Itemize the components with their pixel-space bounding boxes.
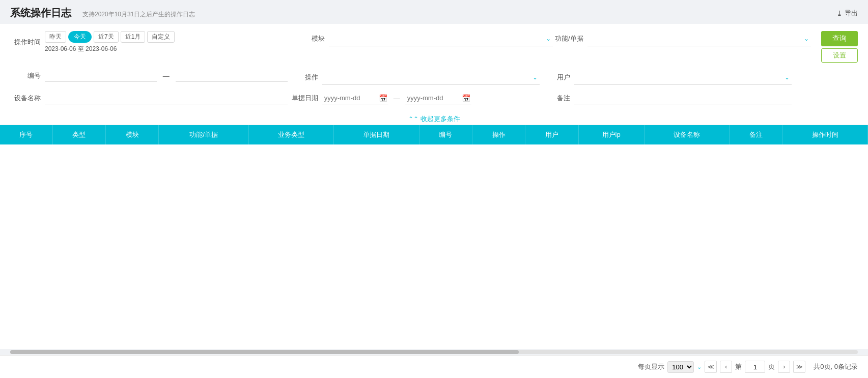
docdate-from-calendar-icon[interactable]: 📅 bbox=[379, 94, 387, 102]
user-filter: 用户 ⌄ bbox=[540, 70, 792, 85]
first-page-button[interactable]: ≪ bbox=[705, 361, 717, 373]
feature-label: 功能/单据 bbox=[553, 34, 583, 43]
filter-row-2: 编号 — 操作 ⌄ 用户 bbox=[10, 70, 858, 85]
docdate-label: 单据日期 bbox=[288, 94, 318, 103]
number-from-input[interactable] bbox=[45, 70, 157, 82]
time-btn-yesterday[interactable]: 昨天 bbox=[45, 31, 66, 43]
table-container: 序号 类型 模块 功能/单据 业务类型 单据日期 编号 操作 用户 用户ip 设… bbox=[0, 125, 868, 349]
filter-row-1: 操作时间 昨天 今天 近7天 近1月 自定义 2023-06-06 至 2023… bbox=[10, 31, 858, 63]
col-userip: 用户ip bbox=[578, 125, 644, 144]
operation-filter: 操作 ⌄ bbox=[288, 70, 540, 85]
page-total-info: 共0页, 0条记录 bbox=[814, 362, 858, 371]
feature-select-wrap: ⌄ bbox=[587, 31, 811, 46]
remark-input[interactable] bbox=[574, 92, 792, 104]
module-label: 模块 bbox=[294, 34, 325, 43]
export-icon: ⤓ bbox=[836, 9, 843, 17]
time-buttons: 昨天 今天 近7天 近1月 自定义 bbox=[45, 31, 175, 43]
collapse-chevron-icon: ⌃⌃ bbox=[408, 115, 418, 123]
time-btn-custom[interactable]: 自定义 bbox=[147, 31, 175, 43]
col-type: 类型 bbox=[52, 125, 105, 144]
number-label: 编号 bbox=[10, 71, 41, 80]
docdate-dash: — bbox=[394, 95, 400, 102]
time-btn-today[interactable]: 今天 bbox=[68, 31, 92, 43]
col-biztype: 业务类型 bbox=[248, 125, 333, 144]
col-index: 序号 bbox=[0, 125, 52, 144]
device-label: 设备名称 bbox=[10, 94, 41, 103]
operation-select-wrap: ⌄ bbox=[322, 70, 540, 85]
device-filter: 设备名称 bbox=[10, 92, 288, 104]
col-device: 设备名称 bbox=[644, 125, 729, 144]
module-select-wrap: ⌄ bbox=[329, 31, 552, 46]
feature-select[interactable] bbox=[587, 31, 811, 46]
time-btn-7days[interactable]: 近7天 bbox=[94, 31, 119, 43]
col-number: 编号 bbox=[419, 125, 472, 144]
docdate-filter: 单据日期 📅 — 📅 bbox=[288, 92, 540, 104]
table-header-row: 序号 类型 模块 功能/单据 业务类型 单据日期 编号 操作 用户 用户ip 设… bbox=[0, 125, 868, 144]
filter-row-3: 设备名称 单据日期 📅 — 📅 bbox=[10, 92, 858, 104]
next-page-button[interactable]: › bbox=[778, 361, 790, 373]
number-to-input[interactable] bbox=[176, 70, 288, 82]
page-size-arrow-icon: ⌄ bbox=[697, 364, 702, 370]
scrollbar-thumb[interactable] bbox=[10, 350, 519, 354]
number-dash: — bbox=[163, 72, 170, 80]
operation-time-label: 操作时间 bbox=[10, 38, 41, 47]
prev-page-button[interactable]: ‹ bbox=[720, 361, 732, 373]
time-range-display: 2023-06-06 至 2023-06-06 bbox=[45, 45, 117, 53]
page-size-label: 每页显示 bbox=[638, 362, 664, 371]
user-select-wrap: ⌄ bbox=[574, 70, 792, 85]
pagination-bar: 每页显示 50 100 200 ⌄ ≪ ‹ 第 页 › ≫ 共0页, 0条记录 bbox=[0, 355, 868, 378]
time-filter-group: 昨天 今天 近7天 近1月 自定义 2023-06-06 至 2023-06-0… bbox=[45, 31, 294, 53]
page-number-input[interactable] bbox=[745, 361, 765, 373]
scrollbar-track bbox=[10, 350, 858, 354]
col-feature: 功能/单据 bbox=[159, 125, 248, 144]
user-select[interactable] bbox=[574, 70, 792, 85]
col-user: 用户 bbox=[525, 125, 578, 144]
page-label-text: 第 bbox=[735, 362, 742, 371]
col-operation: 操作 bbox=[472, 125, 525, 144]
remark-label: 备注 bbox=[540, 94, 570, 103]
page-size-select[interactable]: 50 100 200 bbox=[667, 361, 694, 373]
action-buttons: 查询 设置 bbox=[821, 31, 858, 63]
module-filter: 模块 ⌄ bbox=[294, 31, 552, 46]
device-input[interactable] bbox=[45, 92, 288, 104]
operation-time-filter: 操作时间 昨天 今天 近7天 近1月 自定义 2023-06-06 至 2023… bbox=[10, 31, 294, 53]
last-page-button[interactable]: ≫ bbox=[793, 361, 805, 373]
collapse-button[interactable]: ⌃⌃ 收起更多条件 bbox=[408, 114, 460, 124]
query-button[interactable]: 查询 bbox=[821, 31, 858, 46]
collapse-label: 收起更多条件 bbox=[421, 114, 460, 124]
operation-select[interactable] bbox=[322, 70, 540, 85]
data-table: 序号 类型 模块 功能/单据 业务类型 单据日期 编号 操作 用户 用户ip 设… bbox=[0, 125, 868, 144]
export-label: 导出 bbox=[845, 9, 858, 18]
page-unit-text: 页 bbox=[768, 362, 775, 371]
col-remark: 备注 bbox=[730, 125, 782, 144]
col-docdate: 单据日期 bbox=[334, 125, 419, 144]
docdate-range: 📅 — 📅 bbox=[322, 92, 540, 104]
settings-button[interactable]: 设置 bbox=[821, 48, 858, 63]
col-module: 模块 bbox=[106, 125, 159, 144]
page-subtitle: 支持2020年10月31日之后产生的操作日志 bbox=[82, 10, 195, 19]
operation-label: 操作 bbox=[288, 73, 318, 82]
table-header: 序号 类型 模块 功能/单据 业务类型 单据日期 编号 操作 用户 用户ip 设… bbox=[0, 125, 868, 144]
col-optime: 操作时间 bbox=[782, 125, 868, 144]
remark-input-wrap bbox=[574, 92, 792, 104]
number-filter: 编号 — bbox=[10, 70, 288, 82]
docdate-to-calendar-icon[interactable]: 📅 bbox=[462, 94, 470, 102]
number-range: — bbox=[45, 70, 288, 82]
horizontal-scrollbar[interactable] bbox=[0, 349, 868, 355]
page-title: 系统操作日志 bbox=[10, 6, 71, 20]
module-select[interactable] bbox=[329, 31, 552, 46]
docdate-from-wrap: 📅 bbox=[322, 92, 388, 104]
time-btn-1month[interactable]: 近1月 bbox=[121, 31, 146, 43]
user-label: 用户 bbox=[540, 73, 570, 82]
feature-filter: 功能/单据 ⌄ bbox=[553, 31, 811, 46]
export-button[interactable]: ⤓ 导出 bbox=[836, 9, 858, 18]
page-header: 系统操作日志 支持2020年10月31日之后产生的操作日志 ⤓ 导出 bbox=[0, 0, 868, 24]
header-left: 系统操作日志 支持2020年10月31日之后产生的操作日志 bbox=[10, 6, 195, 20]
remark-filter: 备注 bbox=[540, 92, 792, 104]
collapse-row: ⌃⌃ 收起更多条件 bbox=[0, 111, 868, 125]
filter-section: 操作时间 昨天 今天 近7天 近1月 自定义 2023-06-06 至 2023… bbox=[0, 24, 868, 111]
docdate-to-wrap: 📅 bbox=[405, 92, 471, 104]
device-input-wrap bbox=[45, 92, 288, 104]
